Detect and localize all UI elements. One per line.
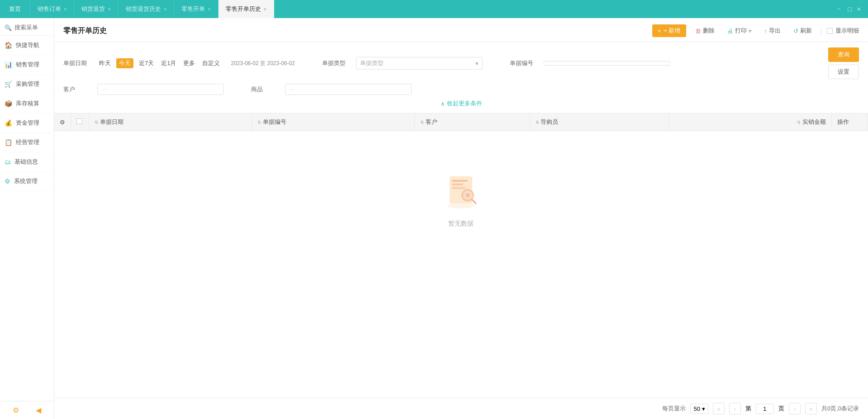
filter-area: 单据日期 昨天 今天 近7天 近1月 更多 自定义 2023-06-02 至 2… bbox=[54, 42, 868, 113]
tab-sales-return-history[interactable]: 销货退货历史 × bbox=[119, 0, 174, 18]
sort-number-icon[interactable]: ⇅ bbox=[257, 120, 261, 125]
per-page-select[interactable]: 50 ▾ bbox=[690, 404, 708, 414]
export-button[interactable]: ↑ 导出 bbox=[761, 25, 785, 37]
date-filter-label: 单据日期 bbox=[63, 59, 88, 67]
svg-rect-2 bbox=[452, 180, 468, 182]
sidebar-item-quick-nav[interactable]: 🏠 快捷导航 bbox=[0, 36, 54, 55]
next-page-button[interactable]: › bbox=[789, 403, 801, 414]
svg-point-0 bbox=[447, 203, 474, 208]
collapse-sidebar-icon[interactable]: ◀ bbox=[36, 406, 41, 414]
sidebar-item-purchase-mgmt[interactable]: 🛒 采购管理 bbox=[0, 75, 54, 94]
close-tab-sales-return-history[interactable]: × bbox=[164, 6, 166, 12]
doc-number-label: 单据编号 bbox=[510, 59, 535, 67]
window-controls: － □ × bbox=[836, 5, 868, 13]
add-button[interactable]: + + 新增 bbox=[652, 24, 686, 37]
date-option-yesterday[interactable]: 昨天 bbox=[97, 58, 113, 68]
sidebar-item-sys-mgmt[interactable]: ⚙ 系统管理 bbox=[0, 172, 54, 191]
close-tab-sales-order[interactable]: × bbox=[64, 6, 66, 12]
display-detail-checkbox[interactable] bbox=[827, 28, 833, 34]
date-option-custom[interactable]: 自定义 bbox=[200, 58, 222, 68]
sidebar-search[interactable]: 🔍 搜索采单 bbox=[0, 18, 54, 36]
page-title: 零售开单历史 bbox=[63, 26, 107, 36]
gear-icon: ⚙ bbox=[5, 178, 10, 185]
tab-retail-open[interactable]: 零售开单 × bbox=[174, 0, 218, 18]
per-page-chevron-icon: ▾ bbox=[702, 405, 705, 412]
first-page-button[interactable]: « bbox=[713, 403, 725, 414]
sort-amount-icon[interactable]: ⇅ bbox=[797, 120, 801, 125]
tab-retail-open-history[interactable]: 零售开单历史 × bbox=[218, 0, 274, 18]
search-icon: 🔍 bbox=[5, 24, 12, 31]
page-label: 第 bbox=[745, 405, 751, 413]
delete-button[interactable]: 🗑 删除 bbox=[692, 25, 718, 37]
add-icon: + bbox=[658, 28, 661, 34]
query-button[interactable]: 查询 bbox=[828, 47, 859, 62]
th-settings[interactable]: ⚙ bbox=[54, 113, 71, 131]
close-tab-retail-open[interactable]: × bbox=[208, 6, 210, 12]
sort-customer-icon[interactable]: ⇅ bbox=[420, 120, 424, 125]
collapse-icon: ∧ bbox=[441, 100, 445, 107]
prev-page-button[interactable]: ‹ bbox=[729, 403, 741, 414]
money-icon: 💰 bbox=[5, 119, 12, 127]
th-actions: 操作 bbox=[832, 113, 868, 131]
date-range-display: 2023-06-02 至 2023-06-02 bbox=[231, 60, 294, 67]
doc-type-label: 单据类型 bbox=[322, 59, 347, 67]
export-icon: ↑ bbox=[764, 28, 768, 34]
display-detail-button[interactable]: 显示明细 bbox=[827, 27, 859, 35]
doc-type-select[interactable]: 单据类型 ▾ bbox=[356, 57, 483, 70]
minimize-button[interactable]: － bbox=[836, 5, 842, 13]
th-checkbox[interactable] bbox=[71, 113, 89, 131]
filter-row-2: 客户 ··· 商品 ··· bbox=[63, 84, 859, 95]
collapse-filter-button[interactable]: ∧ 收起更多条件 bbox=[441, 99, 482, 108]
content-area: 零售开单历史 + + 新增 🗑 删除 🖨 打印 ▾ ↑ 导出 bbox=[54, 18, 868, 419]
th-customer: ⇅ 客户 bbox=[415, 113, 530, 131]
table-settings-icon[interactable]: ⚙ bbox=[60, 119, 65, 126]
doc-number-input[interactable] bbox=[544, 61, 670, 66]
chart-icon: 📊 bbox=[5, 61, 12, 68]
svg-point-8 bbox=[465, 193, 470, 198]
date-option-today[interactable]: 今天 bbox=[116, 58, 133, 68]
sort-guide-icon[interactable]: ⇅ bbox=[536, 120, 539, 125]
sidebar-item-basic-info[interactable]: 🗂 基础信息 bbox=[0, 152, 54, 172]
sidebar-item-operations[interactable]: 📋 经营管理 bbox=[0, 133, 54, 152]
sidebar-item-finance[interactable]: 💰 资金管理 bbox=[0, 113, 54, 133]
data-table: ⚙ ⇅ 单据日期 ⇅ 单据编号 bbox=[54, 113, 868, 264]
empty-icon bbox=[438, 167, 484, 212]
date-option-7days[interactable]: 近7天 bbox=[137, 58, 156, 68]
close-tab-sales-return[interactable]: × bbox=[108, 6, 110, 12]
goods-input[interactable]: ··· bbox=[285, 84, 412, 95]
filter-row-1: 单据日期 昨天 今天 近7天 近1月 更多 自定义 2023-06-02 至 2… bbox=[63, 47, 859, 79]
svg-rect-3 bbox=[452, 184, 463, 185]
print-button[interactable]: 🖨 打印 ▾ bbox=[724, 25, 755, 37]
page-header: 零售开单历史 + + 新增 🗑 删除 🖨 打印 ▾ ↑ 导出 bbox=[54, 18, 868, 42]
customer-input[interactable]: ··· bbox=[97, 84, 224, 95]
tab-sales-order[interactable]: 销售订单 × bbox=[30, 0, 74, 18]
date-option-more[interactable]: 更多 bbox=[181, 58, 197, 68]
close-button[interactable]: × bbox=[857, 5, 861, 13]
settings-bottom-icon[interactable]: ⚙ bbox=[13, 406, 19, 414]
filter-settings-button[interactable]: 设置 bbox=[828, 65, 859, 79]
home-icon: 🏠 bbox=[5, 42, 12, 49]
cart-icon: 🛒 bbox=[5, 80, 12, 88]
tab-home[interactable]: 首页 bbox=[0, 0, 30, 18]
page-suffix: 页 bbox=[778, 405, 784, 413]
th-guide: ⇅ 导购员 bbox=[530, 113, 669, 131]
sort-date-icon[interactable]: ⇅ bbox=[95, 120, 98, 125]
doc-type-chevron-icon: ▾ bbox=[475, 60, 479, 67]
refresh-button[interactable]: ↺ 刷新 bbox=[790, 25, 816, 37]
maximize-button[interactable]: □ bbox=[848, 5, 851, 13]
customer-label: 客户 bbox=[63, 85, 88, 94]
tab-sales-return[interactable]: 销货退货 × bbox=[74, 0, 118, 18]
sidebar-item-inventory[interactable]: 📦 库存核算 bbox=[0, 94, 54, 113]
select-all-checkbox[interactable] bbox=[76, 118, 82, 124]
box-icon: 📦 bbox=[5, 100, 12, 107]
empty-state: 暂无数据 bbox=[54, 131, 868, 264]
date-option-1month[interactable]: 近1月 bbox=[159, 58, 178, 68]
th-date: ⇅ 单据日期 bbox=[89, 113, 252, 131]
svg-rect-4 bbox=[452, 187, 465, 189]
sidebar-bottom: ⚙ ◀ bbox=[0, 401, 54, 419]
query-actions: 查询 设置 bbox=[828, 47, 859, 79]
sidebar-item-sales-mgmt[interactable]: 📊 销售管理 bbox=[0, 55, 54, 75]
last-page-button[interactable]: » bbox=[805, 403, 817, 414]
page-number-input[interactable] bbox=[756, 404, 774, 414]
close-tab-retail-open-history[interactable]: × bbox=[264, 6, 266, 12]
